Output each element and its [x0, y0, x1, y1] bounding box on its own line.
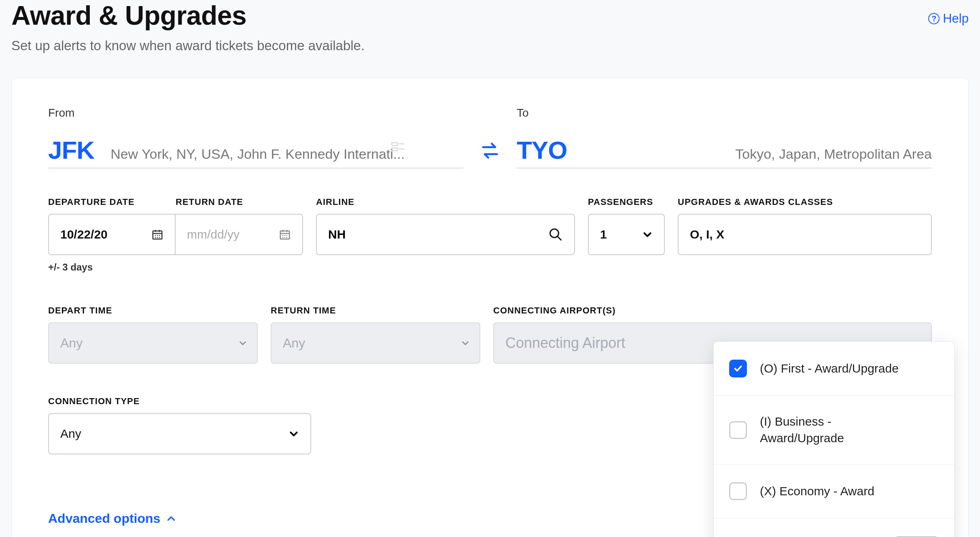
- class-option-label: (O) First - Award/Upgrade: [760, 360, 899, 377]
- return-date-label: RETURN DATE: [176, 197, 303, 207]
- class-option-first[interactable]: (O) First - Award/Upgrade: [714, 342, 954, 396]
- airline-input[interactable]: [316, 214, 575, 255]
- checkbox-unchecked[interactable]: [729, 482, 747, 500]
- to-airport-name: Tokyo, Japan, Metropolitan Area: [735, 146, 932, 162]
- depart-time-label: DEPART TIME: [48, 305, 258, 316]
- svg-point-11: [155, 237, 156, 238]
- airline-value[interactable]: [328, 228, 541, 241]
- svg-point-8: [155, 235, 156, 236]
- list-icon: [391, 142, 405, 153]
- search-panel: From JFK New York, NY, USA, John F. Kenn…: [11, 78, 969, 537]
- to-airport-code: TYO: [517, 136, 567, 164]
- checkbox-unchecked[interactable]: [729, 421, 747, 439]
- classes-select[interactable]: O, I, X: [678, 214, 932, 255]
- calendar-icon: [151, 228, 163, 241]
- swap-airports-button[interactable]: [479, 140, 501, 161]
- return-date-input[interactable]: mm/dd/yy: [176, 214, 303, 255]
- classes-dropdown: (O) First - Award/Upgrade (I) Business -…: [713, 341, 955, 537]
- classes-value: O, I, X: [690, 228, 724, 241]
- class-option-label: (I) Business - Award/Upgrade: [760, 413, 906, 446]
- return-date-placeholder: mm/dd/yy: [187, 228, 240, 241]
- search-icon: [548, 227, 563, 242]
- passengers-select[interactable]: 1: [588, 214, 665, 255]
- svg-point-18: [282, 235, 284, 236]
- svg-point-22: [284, 237, 286, 238]
- date-flex-hint: +/- 3 days: [48, 262, 303, 273]
- class-option-other[interactable]: Other fare class:: [714, 518, 954, 537]
- page-subtitle: Set up alerts to know when award tickets…: [11, 38, 365, 53]
- svg-point-9: [157, 235, 158, 236]
- from-label: From: [48, 107, 463, 119]
- svg-point-20: [286, 235, 288, 236]
- from-airport-input[interactable]: JFK New York, NY, USA, John F. Kennedy I…: [48, 136, 463, 168]
- return-time-placeholder: Any: [283, 336, 305, 351]
- svg-point-19: [284, 235, 286, 236]
- help-link[interactable]: ? Help: [928, 11, 969, 26]
- svg-point-10: [159, 235, 160, 236]
- svg-rect-0: [392, 143, 397, 145]
- connecting-airports-label: CONNECTING AIRPORT(S): [493, 305, 932, 316]
- advanced-options-label: Advanced options: [48, 511, 160, 526]
- class-option-business[interactable]: (I) Business - Award/Upgrade: [714, 396, 954, 465]
- chevron-down-icon: [288, 428, 299, 439]
- page-title: Award & Upgrades: [11, 0, 365, 31]
- depart-time-select[interactable]: Any: [48, 322, 258, 364]
- chevron-down-icon: [238, 339, 247, 347]
- connection-type-select[interactable]: Any: [48, 413, 311, 454]
- to-label: To: [517, 107, 932, 119]
- return-time-label: RETURN TIME: [271, 305, 480, 316]
- help-label: Help: [943, 11, 969, 26]
- chevron-down-icon: [642, 229, 653, 240]
- from-airport-name: New York, NY, USA, John F. Kennedy Inter…: [110, 146, 463, 162]
- svg-point-21: [282, 237, 284, 238]
- class-option-label: (X) Economy - Award: [760, 483, 874, 500]
- svg-point-12: [157, 237, 158, 238]
- passengers-value: 1: [600, 228, 607, 241]
- departure-date-value: 10/22/20: [60, 228, 108, 241]
- svg-line-25: [558, 237, 561, 240]
- passengers-label: PASSENGERS: [588, 197, 665, 207]
- class-option-economy[interactable]: (X) Economy - Award: [714, 465, 954, 518]
- help-icon: ?: [928, 13, 940, 24]
- calendar-icon: [279, 228, 291, 241]
- connection-type-label: CONNECTION TYPE: [48, 396, 311, 407]
- checkbox-checked[interactable]: [729, 360, 747, 377]
- airline-label: AIRLINE: [316, 197, 575, 207]
- to-airport-input[interactable]: TYO Tokyo, Japan, Metropolitan Area: [517, 136, 932, 168]
- svg-point-13: [159, 237, 160, 238]
- chevron-up-icon: [166, 514, 176, 524]
- chevron-down-icon: [461, 339, 470, 347]
- departure-date-input[interactable]: 10/22/20: [48, 214, 176, 255]
- return-time-select[interactable]: Any: [271, 322, 480, 364]
- from-airport-code: JFK: [48, 136, 94, 164]
- svg-point-23: [286, 237, 288, 238]
- classes-label: UPGRADES & AWARDS CLASSES: [678, 197, 932, 207]
- depart-time-placeholder: Any: [60, 336, 83, 351]
- svg-rect-2: [392, 148, 397, 151]
- connection-type-value: Any: [60, 427, 81, 441]
- departure-date-label: DEPARTURE DATE: [48, 197, 176, 207]
- connecting-airport-placeholder: Connecting Airport: [505, 335, 625, 352]
